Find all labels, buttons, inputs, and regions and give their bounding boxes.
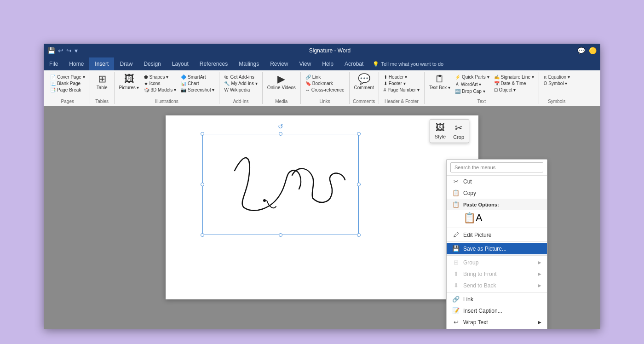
tab-mailings[interactable]: Mailings <box>233 57 264 70</box>
handle-bl[interactable] <box>201 233 204 237</box>
cross-reference-btn[interactable]: ↔ Cross-reference <box>304 87 346 93</box>
tab-draw[interactable]: Draw <box>114 57 138 70</box>
selected-image[interactable]: ↺ <box>202 134 359 235</box>
save-as-picture-item[interactable]: 💾 Save as Picture... <box>447 243 547 254</box>
tab-design[interactable]: Design <box>138 57 166 70</box>
comments-items: 💬 Comment <box>352 72 376 98</box>
handle-mr[interactable] <box>357 183 361 186</box>
edit-picture-item[interactable]: 🖊 Edit Picture <box>447 229 547 241</box>
my-addins-btn[interactable]: 🔧 My Add-ins ▾ <box>222 80 259 86</box>
my-addins-label: My Add-ins ▾ <box>231 81 257 86</box>
page-number-label: Page Number ▾ <box>387 87 419 92</box>
crop-btn[interactable]: ✂ Crop <box>453 122 464 140</box>
textbox-btn[interactable]: 🗒 Text Box ▾ <box>427 73 452 91</box>
footer-btn[interactable]: ⬇ Footer ▾ <box>382 80 421 86</box>
blank-page-label: Blank Page <box>57 81 80 86</box>
date-time-btn[interactable]: 📅 Date & Time <box>492 80 536 86</box>
tab-view[interactable]: View <box>294 57 317 70</box>
tab-review[interactable]: Review <box>264 57 293 70</box>
wordart-btn[interactable]: Ａ WordArt ▾ <box>453 80 491 88</box>
comment-icon[interactable]: 💬 <box>577 47 585 54</box>
tell-me-bar[interactable]: 💡 Tell me what you want to do <box>373 57 443 70</box>
3d-models-btn[interactable]: 🎲 3D Models ▾ <box>142 87 178 93</box>
quick-parts-btn[interactable]: ⚡ Quick Parts ▾ <box>453 74 491 80</box>
get-addins-btn[interactable]: 🛍 Get Add-ins <box>222 74 259 80</box>
3d-label: 3D Models ▾ <box>151 87 177 92</box>
screenshot-btn[interactable]: 📷 Screenshot ▾ <box>179 87 216 93</box>
smartart-btn[interactable]: 🔷 SmartArt <box>179 74 216 80</box>
blank-page-btn[interactable]: 📃 Blank Page <box>48 80 87 86</box>
signature-line-btn[interactable]: ✍ Signature Line ▾ <box>492 74 536 80</box>
object-btn[interactable]: ⊡ Object ▾ <box>492 87 536 93</box>
handle-tr[interactable] <box>357 132 361 136</box>
handle-bm[interactable] <box>279 233 282 237</box>
smartart-icon: 🔷 <box>181 75 186 80</box>
header-btn[interactable]: ⬆ Header ▾ <box>382 74 421 80</box>
menu-search-box <box>447 160 547 176</box>
bring-front-item[interactable]: ⬆ Bring to Front ▶ <box>447 268 547 280</box>
cover-page-btn[interactable]: 📄 Cover Page ▾ <box>48 74 87 80</box>
link-btn[interactable]: 🔗 Link <box>304 74 346 80</box>
page-number-btn[interactable]: # Page Number ▾ <box>382 87 421 93</box>
shapes-btn[interactable]: ⬟ Shapes ▾ <box>142 74 178 80</box>
tab-layout[interactable]: Layout <box>167 57 194 70</box>
table-btn[interactable]: ⊞ Table <box>93 73 111 91</box>
online-videos-btn[interactable]: ▶ Online Videos <box>265 73 298 91</box>
wikipedia-btn[interactable]: W Wikipedia <box>222 87 259 93</box>
bookmark-btn[interactable]: 🔖 Bookmark <box>304 80 346 86</box>
crop-label: Crop <box>453 134 464 140</box>
window-controls: 💬 🟡 <box>577 47 597 54</box>
tables-items: ⊞ Table <box>93 72 111 98</box>
tab-acrobat[interactable]: Acrobat <box>339 57 369 70</box>
wrap-text-label: Wrap Text <box>463 319 488 326</box>
edit-alt-text-item[interactable]: 🔤 Edit Alt Text... <box>447 328 547 329</box>
format-toolbar: 🖼 Style ✂ Crop <box>430 119 469 143</box>
wrap-text-item[interactable]: ↩ Wrap Text ▶ <box>447 316 547 328</box>
paste-clipboard-icon[interactable]: 📋A <box>463 212 483 224</box>
links-label: Links <box>304 98 346 104</box>
send-back-item[interactable]: ⬇ Send to Back ▶ <box>447 280 547 291</box>
undo-icon[interactable]: ↩ <box>58 47 63 54</box>
menu-search-input[interactable] <box>450 162 543 172</box>
save-as-picture-icon: 💾 <box>452 245 460 252</box>
chart-btn[interactable]: 📊 Chart <box>179 80 216 86</box>
table-icon: ⊞ <box>98 74 106 84</box>
quick-access-dropdown[interactable]: ▾ <box>75 47 78 54</box>
icons-btn[interactable]: ★ Icons <box>142 80 178 86</box>
tab-home[interactable]: Home <box>63 57 89 70</box>
bookmark-icon: 🔖 <box>305 81 311 86</box>
redo-icon[interactable]: ↪ <box>66 47 72 54</box>
document-page: ↺ <box>166 115 478 299</box>
page-break-btn[interactable]: 📑 Page Break <box>48 87 87 93</box>
style-btn[interactable]: 🖼 Style <box>435 122 446 140</box>
minimize-icon[interactable]: 🟡 <box>589 47 597 54</box>
symbols-items: π Equation ▾ Ω Symbol ▾ <box>542 72 572 98</box>
save-icon[interactable]: 💾 <box>47 47 55 54</box>
symbol-btn[interactable]: Ω Symbol ▾ <box>542 80 572 86</box>
document-area: ↺ <box>44 106 600 329</box>
equation-btn[interactable]: π Equation ▾ <box>542 74 572 80</box>
handle-tm[interactable] <box>279 132 282 136</box>
tab-insert[interactable]: Insert <box>89 57 114 70</box>
dropcap-btn[interactable]: 🔤 Drop Cap ▾ <box>453 88 491 94</box>
textbox-label: Text Box ▾ <box>429 85 450 90</box>
rotate-handle[interactable]: ↺ <box>278 123 283 130</box>
object-icon: ⊡ <box>494 87 498 92</box>
tab-file[interactable]: File <box>44 57 63 70</box>
insert-caption-item[interactable]: 📝 Insert Caption... <box>447 305 547 316</box>
copy-menu-item[interactable]: 📋 Copy <box>447 187 547 199</box>
tab-help[interactable]: Help <box>316 57 339 70</box>
cut-menu-item[interactable]: ✂ Cut <box>447 176 547 187</box>
copy-label: Copy <box>463 190 476 196</box>
group-item[interactable]: ⊞ Group ▶ <box>447 257 547 268</box>
handle-ml[interactable] <box>201 183 204 186</box>
quick-parts-label: Quick Parts ▾ <box>462 75 489 80</box>
tab-references[interactable]: References <box>194 57 233 70</box>
handle-tl[interactable] <box>201 132 204 136</box>
handle-br[interactable] <box>357 233 361 237</box>
link-item[interactable]: 🔗 Link <box>447 293 547 305</box>
date-time-icon: 📅 <box>494 81 500 86</box>
pictures-btn[interactable]: 🖼 Pictures ▾ <box>117 73 141 91</box>
comment-btn[interactable]: 💬 Comment <box>352 73 376 91</box>
pages-small-group: 📄 Cover Page ▾ 📃 Blank Page 📑 Page Break <box>48 73 87 93</box>
